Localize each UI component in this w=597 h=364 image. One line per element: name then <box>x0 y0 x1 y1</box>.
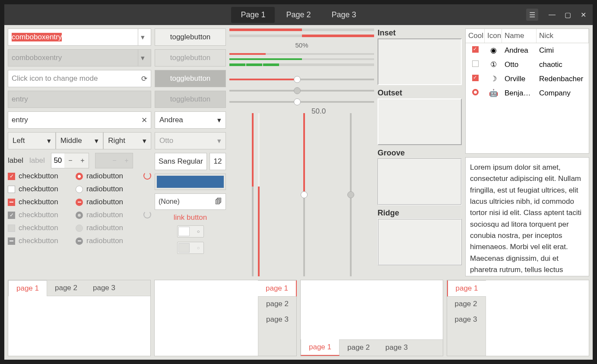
hamburger-menu-button[interactable]: ☰ <box>526 9 538 21</box>
switch-1[interactable]: ○ <box>177 225 204 237</box>
radio-icon <box>76 173 83 180</box>
alert-circle-icon: ① <box>485 59 502 70</box>
table-row[interactable]: ◉ Andrea Cimi <box>466 43 589 57</box>
color-button[interactable] <box>155 174 226 190</box>
treeview-header: Cool Icon Name Nick <box>466 29 589 43</box>
col-header-nick[interactable]: Nick <box>537 29 589 43</box>
spin-minus-button[interactable]: − <box>64 153 76 168</box>
treeview[interactable]: Cool Icon Name Nick ◉ Andrea Cimi ① <box>465 28 589 154</box>
mode-entry-placeholder: Click icon to change mode <box>12 74 98 83</box>
entry-with-clear[interactable]: entry ✕ <box>8 111 151 129</box>
notebook-tab-1[interactable]: page 1 <box>8 280 47 296</box>
radio-icon <box>76 225 83 232</box>
notebook-tabs-right: page 1 page 2 page 3 <box>154 280 297 356</box>
radiobutton-1[interactable]: radiobutton <box>76 172 141 180</box>
checkbutton-1[interactable]: ✓checkbutton <box>8 172 73 180</box>
font-size-button[interactable]: 12 <box>210 153 226 170</box>
levelbar-continuous <box>229 58 374 60</box>
refresh-icon[interactable]: ⟳ <box>141 74 147 83</box>
notebook-tab-2[interactable]: page 2 <box>47 280 85 296</box>
notebook-body <box>301 280 443 339</box>
dropdown-right[interactable]: Right▾ <box>103 132 151 149</box>
entry-disabled: entry <box>8 91 151 108</box>
checkbutton-2[interactable]: checkbutton <box>8 185 73 193</box>
togglebutton-1[interactable]: togglebutton <box>155 28 226 46</box>
table-row[interactable]: 🤖 Benja… Company <box>466 86 589 100</box>
notebook-body <box>8 296 150 356</box>
radiobutton-2[interactable]: radiobutton <box>76 185 141 193</box>
text-view[interactable]: Lorem ipsum dolor sit amet, consectetur … <box>465 157 589 276</box>
notebook-tab-1[interactable]: page 1 <box>447 280 486 297</box>
col-header-name[interactable]: Name <box>502 29 537 43</box>
chevron-down-icon[interactable]: ▾ <box>138 29 147 45</box>
radio-icon <box>76 212 83 219</box>
header-tab-page-1[interactable]: Page 1 <box>231 7 275 23</box>
progressbar-1 <box>229 28 374 31</box>
dropdown-middle[interactable]: Middle▾ <box>56 132 104 149</box>
checkbutton-5-disabled: checkbutton <box>8 224 73 232</box>
color-swatch-icon <box>157 176 224 188</box>
vscale-range-right[interactable] <box>255 113 263 276</box>
col-header-cool[interactable]: Cool <box>466 29 485 43</box>
notebook-tab-2[interactable]: page 2 <box>340 340 378 356</box>
chevron-down-icon: ▾ <box>217 116 221 125</box>
notebook-tab-3[interactable]: page 3 <box>447 312 486 327</box>
table-row[interactable]: ☽ Orville Redenbacher <box>466 72 589 86</box>
frame-groove-box <box>378 158 462 205</box>
radio-icon[interactable] <box>472 89 479 95</box>
spinbutton-1-value[interactable]: 50 <box>51 153 64 168</box>
check-icon[interactable] <box>472 46 479 53</box>
dropdown-andrea[interactable]: Andrea▾ <box>155 111 226 129</box>
progressbar-3 <box>229 53 374 55</box>
comboboxentry-1[interactable]: comboboxentry ▾ <box>8 28 151 46</box>
notebook-tab-2[interactable]: page 2 <box>258 296 296 312</box>
chevron-down-icon: ▾ <box>95 136 98 146</box>
radio-icon <box>76 237 83 245</box>
spinbutton-1[interactable]: 50 − + <box>51 153 89 168</box>
switch-2-disabled: ○ <box>177 242 204 254</box>
maximize-icon[interactable]: ▢ <box>562 9 574 21</box>
togglebutton-4-active-disabled: togglebutton <box>155 91 226 108</box>
chevron-down-icon: ▾ <box>217 136 221 146</box>
hscale-3-no-fill[interactable] <box>229 98 374 106</box>
font-button[interactable]: Sans Regular <box>155 153 207 170</box>
check-icon[interactable] <box>472 60 479 67</box>
col-header-icon[interactable]: Icon <box>485 29 502 43</box>
link-button[interactable]: link button <box>155 213 226 222</box>
radiobutton-3[interactable]: radiobutton <box>76 198 141 206</box>
entry-value: entry <box>12 116 28 124</box>
spin-plus-button[interactable]: + <box>76 153 89 168</box>
notebook-tab-3[interactable]: page 3 <box>258 312 296 327</box>
vscale-1[interactable] <box>300 113 308 276</box>
levelbar-discrete <box>229 63 374 66</box>
comboboxentry-2-value: comboboxentry <box>12 54 62 62</box>
minimize-icon[interactable]: — <box>546 9 558 21</box>
togglebutton-3-active[interactable]: togglebutton <box>155 70 226 87</box>
checkbutton-6-disabled: checkbutton <box>8 237 73 245</box>
close-icon[interactable]: ✕ <box>577 9 589 21</box>
check-icon: ✓ <box>8 212 15 219</box>
table-row[interactable]: ① Otto chaotic <box>466 57 589 72</box>
notebook-tab-1[interactable]: page 1 <box>258 280 297 297</box>
progressbar-2-indeterminate <box>229 35 374 37</box>
window-controls: ☰ — ▢ ✕ <box>526 9 589 21</box>
notebook-tabs-bottom: page 1 page 2 page 3 <box>300 280 443 356</box>
dropdown-left[interactable]: Left▾ <box>8 132 56 149</box>
frame-ridge-label: Ridge <box>378 209 462 218</box>
check-icon <box>8 199 15 206</box>
notebook-tab-1[interactable]: page 1 <box>301 339 340 356</box>
mode-entry[interactable]: Click icon to change mode ⟳ <box>8 70 151 87</box>
clear-icon[interactable]: ✕ <box>141 116 147 125</box>
header-tab-page-3[interactable]: Page 3 <box>322 7 366 23</box>
radiobutton-6-disabled: radiobutton <box>76 237 141 245</box>
header-tab-page-2[interactable]: Page 2 <box>276 7 320 23</box>
spinbutton-2-value <box>95 153 108 168</box>
hscale-1[interactable] <box>229 76 374 83</box>
notebook-tab-3[interactable]: page 3 <box>85 280 123 296</box>
checkbutton-3[interactable]: checkbutton <box>8 198 73 206</box>
notebook-tab-2[interactable]: page 2 <box>447 296 486 312</box>
file-chooser-button[interactable]: (None) 🗐 <box>155 193 226 210</box>
check-icon[interactable] <box>472 75 479 81</box>
notebook-tab-3[interactable]: page 3 <box>378 340 416 356</box>
switch-off-icon: ○ <box>197 245 200 250</box>
